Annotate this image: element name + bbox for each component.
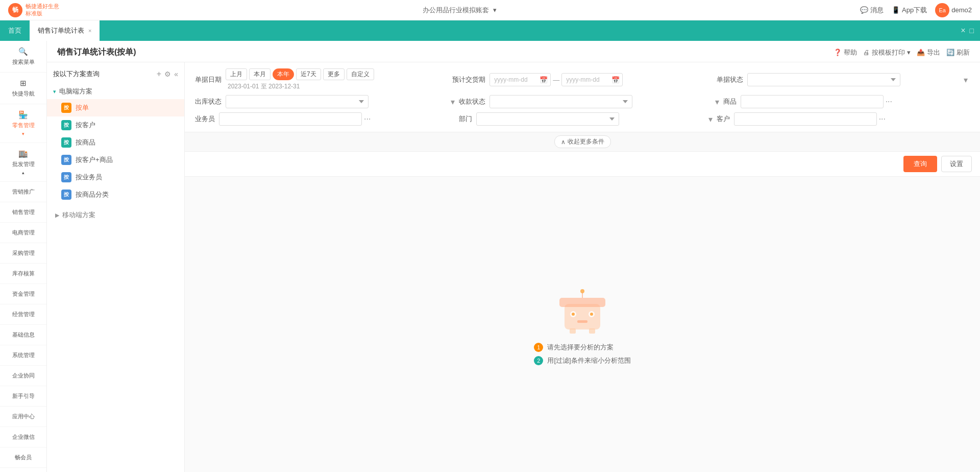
salesperson-input[interactable] (219, 112, 362, 126)
print-icon: 🖨 (863, 49, 870, 56)
solution-group-pc-header[interactable]: ▾ 电脑端方案 (47, 84, 184, 99)
sidebar-item-marketing[interactable]: 营销推广 (0, 182, 46, 202)
sidebar-item-member[interactable]: 畅会员 (0, 447, 46, 468)
date-options-group: 上月 本月 本年 近7天 更多 自定义 2023-01-01 至 2023-12… (226, 68, 448, 91)
sidebar-item-sales[interactable]: 销售管理 (0, 202, 46, 223)
expand-icon: ▾ (22, 131, 24, 136)
date-btn-this-month[interactable]: 本月 (249, 68, 271, 80)
date-btn-this-year[interactable]: 本年 (273, 68, 294, 80)
receipt-status-label: 收款状态 (455, 95, 489, 108)
query-button[interactable]: 查询 (903, 156, 937, 172)
workspace-selector[interactable]: 办公用品行业模拟账套 ▾ (423, 6, 497, 15)
salesperson-more-icon[interactable]: ··· (364, 114, 371, 124)
help-button[interactable]: ❓ 帮助 (834, 48, 857, 57)
close-tab-icon[interactable]: × (88, 28, 91, 34)
goods-input[interactable] (741, 95, 884, 108)
sidebar-item-purchase[interactable]: 采购管理 (0, 243, 46, 264)
top-bar-left: 畅 畅捷通好生意 标准版 (8, 3, 59, 17)
print-button[interactable]: 🖨 按模板打印 ▾ (863, 48, 911, 57)
solution-panel-title: 按以下方案查询 (53, 69, 100, 79)
nav-tab-actions: × □ (961, 26, 980, 35)
window-close-icon[interactable]: × (961, 26, 965, 35)
sidebar-item-wholesale[interactable]: 🏬 批发管理 ▴ (0, 143, 46, 182)
grid-icon: ⊞ (20, 79, 27, 88)
filter-row-1: 单据日期 上月 本月 本年 近7天 更多 自定义 2023-01-01 至 20… (195, 68, 970, 91)
goods-label: 商品 (719, 95, 741, 108)
date-range-display: 2023-01-01 至 2023-12-31 (228, 82, 300, 91)
customer-more-icon[interactable]: ··· (879, 114, 886, 124)
sidebar-item-inventory[interactable]: 库存核算 (0, 264, 46, 284)
add-solution-icon[interactable]: + (157, 69, 161, 79)
delivery-chevron-icon[interactable]: ▾ (451, 97, 455, 107)
logo-icon: 畅 (8, 3, 22, 17)
download-icon: 📱 (892, 6, 900, 14)
doc-status-group: ▾ (747, 73, 970, 86)
tab-sales-order-stats[interactable]: 销售订单统计表 × (30, 20, 100, 41)
svg-point-4 (572, 313, 575, 316)
solution-item-by-salesperson[interactable]: 按 按业务员 (47, 169, 184, 186)
collapse-button[interactable]: ∧ 收起更多条件 (554, 135, 611, 148)
refresh-button[interactable]: 🔄 刷新 (946, 48, 970, 57)
chevron-down-pc-icon: ▾ (53, 88, 56, 95)
receipt-chevron-icon[interactable]: ▾ (715, 97, 719, 107)
svg-point-5 (590, 313, 593, 316)
message-icon: 💬 (860, 6, 868, 14)
solution-group-mobile-header[interactable]: ▶ 移动端方案 (47, 207, 184, 223)
date-from-input[interactable] (489, 73, 551, 86)
receipt-status-select[interactable] (489, 95, 632, 108)
date-btn-last-month[interactable]: 上月 (226, 68, 247, 80)
logo-text: 畅捷通好生意 标准版 (26, 3, 59, 16)
solution-tag-cust-prod: 按 (61, 155, 71, 165)
date-separator: — (553, 76, 559, 84)
solution-item-by-category[interactable]: 按 按商品分类 (47, 186, 184, 203)
customer-input[interactable] (734, 112, 877, 126)
salesperson-wrapper: ··· (219, 112, 455, 126)
sidebar-item-wechat[interactable]: 企业微信 (0, 427, 46, 447)
settings-solution-icon[interactable]: ⚙ (164, 70, 171, 78)
solution-item-by-customer[interactable]: 按 按客户 (47, 116, 184, 134)
sidebar-item-operations[interactable]: 经营管理 (0, 304, 46, 325)
doc-status-expand-icon[interactable]: ▾ (962, 75, 970, 85)
sidebar-item-retail[interactable]: 🏪 零售管理 ▾ (0, 104, 46, 143)
user-menu[interactable]: Ea demo2 (935, 3, 972, 17)
sidebar-item-ecommerce[interactable]: 电商管理 (0, 223, 46, 243)
collapse-solution-icon[interactable]: « (174, 70, 178, 78)
expected-date-group: 📅 — 📅 (489, 73, 712, 86)
goods-more-icon[interactable]: ··· (886, 97, 892, 106)
chevron-right-mobile-icon: ▶ (55, 212, 59, 219)
dept-label: 部门 (455, 112, 476, 126)
sidebar-item-newbie[interactable]: 新手引导 (0, 386, 46, 407)
window-max-icon[interactable]: □ (970, 27, 974, 35)
settings-button[interactable]: 设置 (941, 156, 972, 172)
solution-tag-salesperson: 按 (61, 172, 71, 182)
date-btn-7days[interactable]: 近7天 (296, 68, 321, 80)
date-btn-more[interactable]: 更多 (323, 68, 345, 80)
sidebar-item-apps[interactable]: 应用中心 (0, 407, 46, 427)
solution-item-by-product[interactable]: 按 按商品 (47, 134, 184, 151)
message-button[interactable]: 💬 消息 (860, 6, 884, 15)
solution-item-by-order[interactable]: 按 按单 (47, 99, 184, 116)
solution-item-by-cust-prod[interactable]: 按 按客户+商品 (47, 151, 184, 169)
tab-home[interactable]: 首页 (0, 20, 30, 41)
avatar: Ea (935, 3, 949, 17)
dept-chevron-icon[interactable]: ▾ (708, 114, 713, 124)
date-btn-custom[interactable]: 自定义 (347, 68, 374, 80)
pc-group-label: 电脑端方案 (59, 87, 92, 96)
sidebar-item-enterprise[interactable]: 企业协同 (0, 366, 46, 386)
hint-num-1: 1 (534, 343, 543, 352)
export-button[interactable]: 📤 导出 (917, 48, 940, 57)
sidebar-item-search[interactable]: 🔍 搜索菜单 (0, 41, 46, 73)
customer-wrapper: ··· (734, 112, 970, 126)
empty-illustration (552, 284, 613, 335)
date-to-input[interactable] (561, 73, 623, 86)
svg-rect-0 (565, 304, 600, 329)
sidebar-item-basics[interactable]: 基础信息 (0, 325, 46, 345)
doc-status-select[interactable] (747, 73, 900, 86)
sidebar-item-system[interactable]: 系统管理 (0, 345, 46, 366)
sidebar-item-quicknav[interactable]: ⊞ 快捷导航 (0, 73, 46, 104)
dept-select[interactable] (476, 112, 619, 126)
app-download-button[interactable]: 📱 App下载 (892, 6, 927, 15)
delivery-status-select[interactable] (226, 95, 369, 108)
sidebar-item-finance[interactable]: 资金管理 (0, 284, 46, 304)
nav-tabs: 首页 销售订单统计表 × × □ (0, 20, 980, 41)
